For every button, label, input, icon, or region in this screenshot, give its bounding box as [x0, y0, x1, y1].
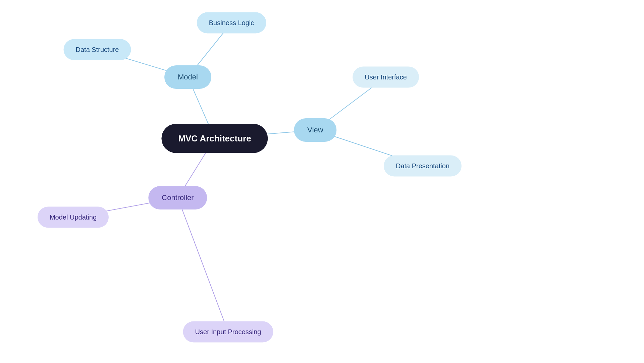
business-logic-node[interactable]: Business Logic: [197, 12, 266, 34]
view-node[interactable]: View: [294, 118, 336, 142]
model-updating-node[interactable]: Model Updating: [38, 207, 109, 228]
data-presentation-node[interactable]: Data Presentation: [384, 156, 462, 177]
model-node-label: Model: [178, 73, 198, 81]
controller-node[interactable]: Controller: [148, 186, 207, 209]
data-presentation-label: Data Presentation: [396, 162, 449, 170]
data-structure-node[interactable]: Data Structure: [64, 39, 131, 60]
center-node-label: MVC Architecture: [178, 133, 251, 144]
svg-line-8: [178, 198, 228, 332]
user-interface-label: User Interface: [365, 73, 407, 81]
business-logic-label: Business Logic: [209, 19, 254, 27]
user-interface-node[interactable]: User Interface: [353, 67, 419, 88]
center-node[interactable]: MVC Architecture: [161, 124, 268, 153]
data-structure-label: Data Structure: [76, 46, 119, 54]
controller-node-label: Controller: [162, 193, 194, 202]
view-node-label: View: [307, 126, 323, 134]
user-input-processing-node[interactable]: User Input Processing: [183, 321, 273, 343]
model-node[interactable]: Model: [164, 65, 211, 89]
model-updating-label: Model Updating: [50, 214, 97, 221]
user-input-processing-label: User Input Processing: [195, 328, 261, 336]
